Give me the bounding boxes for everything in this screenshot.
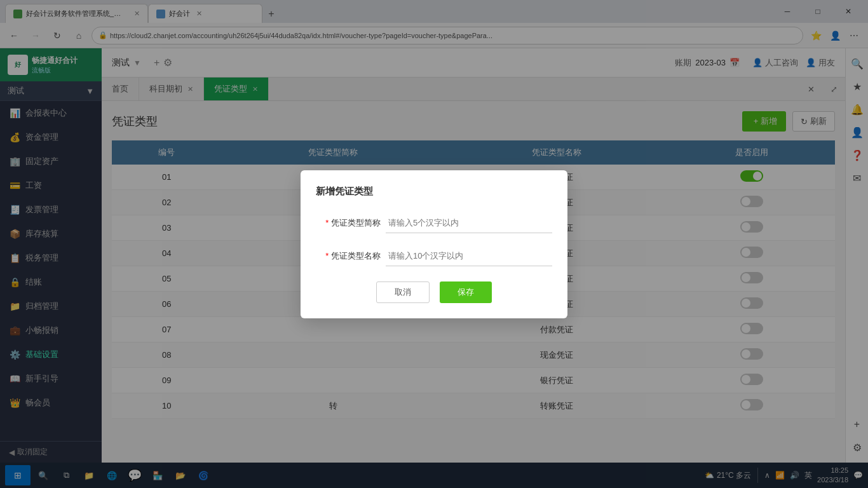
abbr-form-row: * 凭证类型简称 bbox=[316, 213, 552, 233]
name-required-mark: * bbox=[325, 251, 331, 261]
abbr-required-mark: * bbox=[325, 218, 331, 227]
name-label: * 凭证类型名称 bbox=[316, 250, 386, 262]
abbr-label: * 凭证类型简称 bbox=[316, 217, 386, 229]
save-button[interactable]: 保存 bbox=[440, 281, 492, 303]
name-input[interactable] bbox=[386, 246, 552, 266]
modal-overlay: 新增凭证类型 * 凭证类型简称 * 凭证类型名称 取消 保存 bbox=[0, 0, 868, 488]
modal-box: 新增凭证类型 * 凭证类型简称 * 凭证类型名称 取消 保存 bbox=[301, 170, 567, 318]
modal-title: 新增凭证类型 bbox=[316, 186, 552, 198]
modal-actions: 取消 保存 bbox=[316, 281, 552, 303]
abbr-input[interactable] bbox=[386, 213, 552, 233]
cancel-button[interactable]: 取消 bbox=[376, 281, 430, 303]
name-form-row: * 凭证类型名称 bbox=[316, 246, 552, 266]
